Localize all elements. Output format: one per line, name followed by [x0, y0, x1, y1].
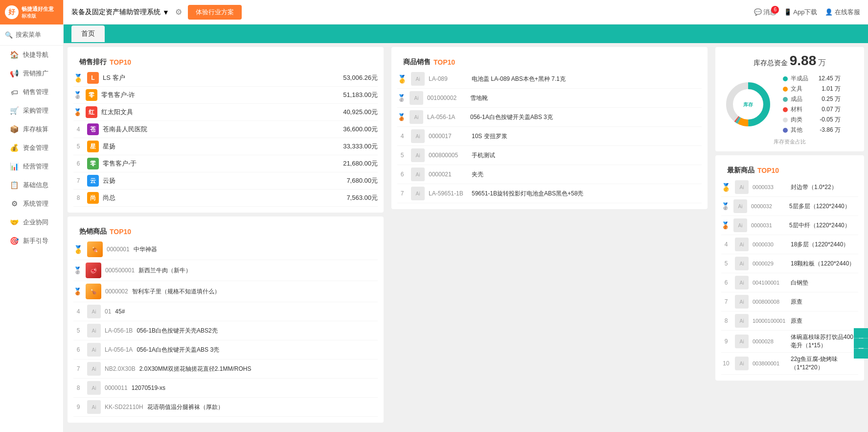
product-thumbnail: Ai: [735, 335, 749, 348]
new-product-row: 9 Ai 0000028 体碗嘉枝味苏打饮品400毫升（1*15）: [721, 331, 858, 353]
inventory-subtitle: 库存资金占比: [721, 138, 858, 145]
customer-sales-panel: 销售排行 TOP10 🥇 L LS 客户 53,006.26元: [68, 47, 384, 213]
customer-badge: L: [87, 72, 99, 84]
hot-product-row: 4 Ai 01 45#: [73, 302, 378, 321]
hot-product-row: 🥉 🍗 0000002 智利车子里（规格不知道填什么）: [73, 281, 378, 302]
gold-medal-icon: 🥇: [73, 245, 83, 254]
hot-product-row: 6 Ai LA-056-1A 056-1A白色按键开关盖ABS 3壳: [73, 340, 378, 360]
legend-item: 材料 0.07 万: [783, 105, 841, 114]
legend-dot: [783, 118, 788, 122]
new-product-row: 7 Ai 000800008 原查: [721, 292, 858, 312]
content-area: 销售排行 TOP10 🥇 L LS 客户 53,006.26元: [64, 43, 868, 432]
donut-chart-container: 库存 半成品 12.45 万 文具 1.01 万: [721, 74, 858, 134]
sidebar-item-operations[interactable]: 📊 经营管理: [0, 157, 63, 176]
gold-medal-icon: 🥇: [721, 183, 731, 192]
donut-chart: 库存: [721, 77, 775, 131]
new-products-title: 最新商品 TOP10: [721, 161, 858, 178]
customer-badge: 星: [87, 141, 99, 152]
silver-medal-icon: 🥈: [397, 94, 406, 102]
message-badge[interactable]: 💬 6 消息: [754, 8, 777, 17]
rank-row: 7 云 云扬 7,680.00元: [73, 172, 378, 190]
panels-row: 销售排行 TOP10 🥇 L LS 客户 53,006.26元: [64, 43, 711, 427]
customer-badge: 尚: [87, 192, 99, 204]
product-thumbnail: 🍖: [87, 241, 103, 257]
hot-products-panel: 热销商品 TOP10 🥇 🍖 0000001 中华神器 🥈: [68, 216, 384, 423]
customer-badge: 零: [86, 89, 97, 101]
sidebar-item-sales[interactable]: 🏷 销售管理: [0, 83, 63, 101]
hot-products-list: 🥇 🍖 0000001 中华神器 🥈 🥩 000500001 新西兰牛肉（新牛）: [73, 239, 378, 417]
product-thumbnail: Ai: [87, 362, 101, 376]
sidebar-search-button[interactable]: 🔍 搜索菜单: [5, 28, 58, 41]
new-product-row: 6 Ai 004100001 白钢垫: [721, 273, 858, 292]
rank-row: 6 零 零售客户-于 21,680.00元: [73, 155, 378, 172]
home-icon: 🏠: [9, 50, 19, 59]
online-service[interactable]: 👤 在线客服: [825, 8, 860, 17]
new-products-section: 最新商品 TOP10 🥇 Ai 0000033 封边带（1.0*22） 🥈 Ai…: [715, 155, 864, 381]
message-icon: 💬: [754, 8, 762, 16]
sidebar-item-system[interactable]: ⚙ 系统管理: [0, 194, 63, 213]
purchase-icon: 🛒: [9, 106, 19, 115]
mobile-icon: 📱: [784, 8, 792, 16]
product-thumbnail: Ai: [735, 276, 749, 289]
topbar-right: 💬 6 消息 📱 App下载 👤 在线客服: [754, 8, 860, 17]
hot-product-row: 🥈 🥩 000500001 新西兰牛肉（新牛）: [73, 260, 378, 281]
customer-sales-title: 销售排行 TOP10: [73, 53, 378, 70]
sidebar-logo: 好 畅捷通好生意 标准版: [0, 0, 63, 24]
product-thumbnail: Ai: [735, 295, 749, 309]
topbar: 装备及固定资产辅助管理系统 ▼ ⚙ 体验行业方案 💬 6 消息 📱 App下载 …: [64, 0, 868, 24]
logo-icon: 好: [5, 5, 19, 19]
rank-row: 🥇 L LS 客户 53,006.26元: [73, 70, 378, 87]
legend-item: 成品 0.25 万: [783, 95, 841, 103]
product-thumbnail: Ai: [735, 180, 749, 194]
sidebar-item-quicknav[interactable]: 🏠 快捷导航: [0, 46, 63, 64]
legend-dot: [783, 97, 788, 102]
product-thumbnail: Ai: [87, 324, 101, 337]
product-thumbnail: Ai: [410, 110, 423, 124]
product-sales-row: 4 Ai 0000017 10S 变扭罗浆: [397, 127, 702, 146]
float-buttons: 客服热线 服务社区 直播: [854, 328, 868, 359]
float-btn-service[interactable]: 客服热线: [854, 328, 868, 338]
sidebar: 好 畅捷通好生意 标准版 🔍 搜索菜单 🏠 快捷导航 📢 营销推广 🏷 销售管理…: [0, 0, 64, 432]
product-sales-row: 6 Ai 0000021 夹壳: [397, 165, 702, 184]
sidebar-item-marketing[interactable]: 📢 营销推广: [0, 64, 63, 83]
rank-row: 5 星 星扬 33,333.00元: [73, 138, 378, 155]
system-title-dropdown[interactable]: 装备及固定资产辅助管理系统 ▼: [71, 8, 169, 17]
inventory-section: 库存总资金 9.88 万: [715, 47, 864, 151]
finance-icon: 💰: [9, 144, 19, 152]
sidebar-item-finance[interactable]: 💰 资金管理: [0, 139, 63, 157]
sidebar-item-newguide[interactable]: 🎯 新手引导: [0, 232, 63, 250]
new-product-row: 🥈 Ai 0000032 5层多层（1220*2440）: [721, 197, 858, 216]
float-btn-live[interactable]: 直播: [854, 349, 868, 359]
trial-button[interactable]: 体验行业方案: [188, 5, 242, 20]
new-product-row: 🥇 Ai 0000033 封边带（1.0*22）: [721, 178, 858, 197]
new-product-row: 10 Ai 003800001 22g鱼豆腐-烧烤味（1*12*20）: [721, 353, 858, 375]
tab-home[interactable]: 首页: [71, 25, 105, 42]
settings-icon[interactable]: ⚙: [175, 7, 182, 17]
hot-products-title: 热销商品 TOP10: [73, 222, 378, 239]
product-sales-title: 商品销售 TOP10: [397, 53, 702, 70]
new-product-row: 🥉 Ai 0000031 5层中纤（1220*2440）: [721, 216, 858, 235]
guide-icon: 🎯: [9, 237, 19, 245]
search-icon: 🔍: [5, 31, 13, 39]
silver-medal-icon: 🥈: [73, 266, 82, 274]
legend-dot: [783, 107, 788, 112]
product-thumbnail: Ai: [87, 400, 101, 414]
product-sales-row: 5 Ai 000800005 手机测试: [397, 146, 702, 165]
sidebar-item-basics[interactable]: 📋 基础信息: [0, 176, 63, 194]
new-product-row: 5 Ai 0000029 18颗粒板（1220*2440）: [721, 254, 858, 273]
operations-icon: 📊: [9, 162, 19, 171]
product-thumbnail: Ai: [735, 314, 749, 328]
product-thumbnail: Ai: [733, 199, 747, 213]
hot-product-row: 7 Ai NB2.0X30B 2.0X30MM双搓花轴搓花直径2.1MM/ROH…: [73, 360, 378, 379]
customer-badge: 苍: [87, 123, 99, 135]
product-sales-row: 7 Ai LA-59651-1B 59651-1B旋转投影灯电池盒ABS黑色+5…: [397, 184, 702, 203]
hot-product-row: 9 Ai KK-SD22110H 花语萌值温分腿裤袜（厚款）: [73, 398, 378, 417]
app-download[interactable]: 📱 App下载: [784, 8, 817, 17]
rank-row: 🥈 零 零售客户-许 51,183.00元: [73, 87, 378, 104]
float-btn-community[interactable]: 服务社区: [854, 338, 868, 349]
sidebar-item-collab[interactable]: 🤝 企业协同: [0, 213, 63, 232]
sidebar-item-inventory[interactable]: 📦 库存核算: [0, 120, 63, 139]
product-sales-row: 🥉 Ai LA-056-1A 056-1A白色按键开关盖ABS 3克: [397, 108, 702, 127]
sidebar-item-purchase[interactable]: 🛒 采购管理: [0, 101, 63, 120]
new-product-row: 8 Ai 10000100001 原查: [721, 312, 858, 331]
